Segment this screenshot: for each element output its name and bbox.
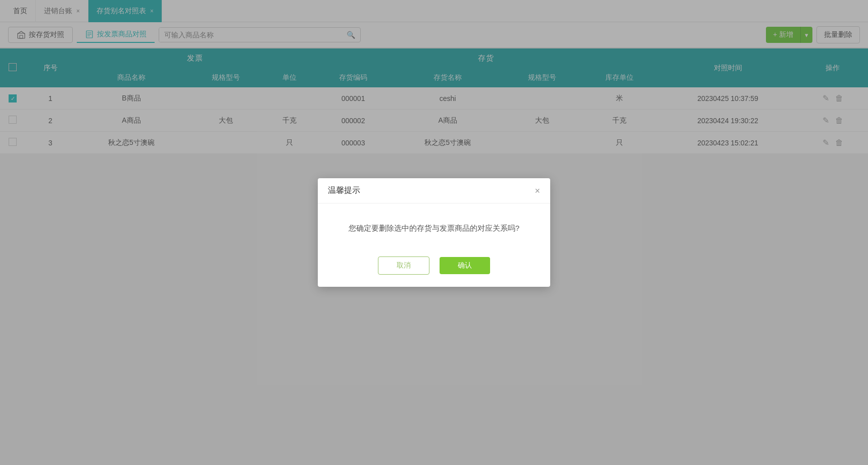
dialog-overlay: 温馨提示 × 您确定要删除选中的存货与发票商品的对应关系吗? 取消 确认 — [0, 0, 868, 154]
